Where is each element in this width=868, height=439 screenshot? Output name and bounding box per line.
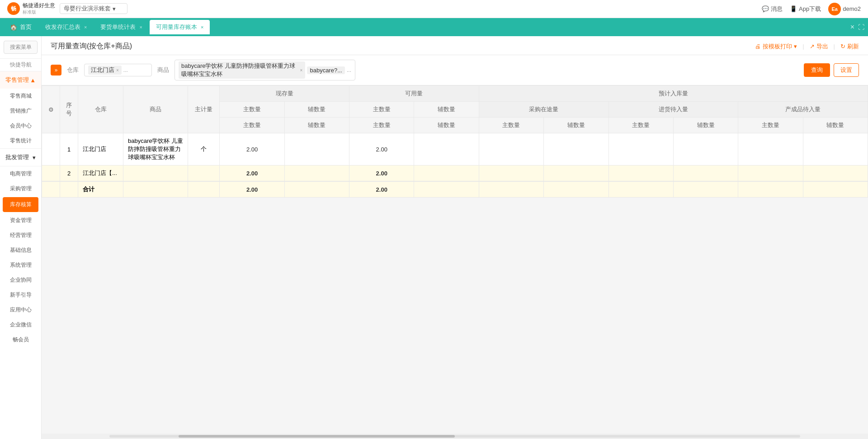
sidebar-item-system[interactable]: 系统管理 [0,258,41,273]
tab-inventory[interactable]: 可用量库存账本 × [150,20,210,34]
warehouse-filter[interactable]: 江北门店 × ... [84,64,152,76]
nav-tabs: 🏠 首页 收发存汇总表 × 要货单统计表 × 可用量库存账本 × × ⛶ [0,18,868,36]
scroll-track[interactable] [109,435,800,438]
chevron-down-icon: ▾ [33,154,36,161]
sidebar-item-retail-mall[interactable]: 零售商城 [0,89,41,104]
chevron-up-icon: ▲ [30,77,36,84]
filter-more-dots[interactable]: ... [123,67,128,73]
settings-icon: ⚙ [48,106,54,113]
tab-home-label: 首页 [20,23,32,31]
quick-nav-button[interactable]: 快捷导航 [0,59,41,71]
tab-orders-close[interactable]: × [139,24,142,30]
print-icon: 🖨 [755,43,761,50]
product-filter[interactable]: babycare学饮杯 儿童防摔防撞吸管杯重力球吸嘴杯宝宝水杯 × babyca… [175,60,355,80]
row2-settings [42,165,60,182]
sidebar-item-ecommerce[interactable]: 电商管理 [0,166,41,181]
avatar: Ea [828,3,841,15]
sidebar-group-retail-title[interactable]: 零售管理 ▲ [0,71,41,89]
page-title: 可用量查询(按仓库+商品) [51,42,132,51]
th-purchase-aux: 辅数量 [544,118,609,133]
row1-product-main [738,133,803,165]
row1-inbound-main [609,133,673,165]
th-settings[interactable]: ⚙ [42,86,60,133]
filter-bar: » 仓库 江北门店 × ... 商品 babycare学饮杯 儿童防摔防撞吸管杯… [42,55,868,85]
scroll-thumb[interactable] [179,435,455,438]
row1-inbound-aux [673,133,738,165]
sidebar-item-inventory[interactable]: 库存核算 [3,197,38,212]
row1-settings [42,133,60,165]
footer-current-aux [284,181,349,198]
warehouse-tag-remove[interactable]: × [116,68,119,73]
app-label: App下载 [799,5,821,13]
export-button[interactable]: ↗ 导出 [810,42,828,51]
expand-button[interactable]: ⛶ [858,24,864,31]
sidebar-item-basic[interactable]: 基础信息 [0,243,41,258]
app-download-button[interactable]: 📱 App下载 [790,5,821,13]
warehouse-tag: 江北门店 × [88,66,122,75]
page-actions: 🖨 按模板打印 ▾ | ↗ 导出 | ↻ 刷新 [755,42,859,51]
content-area: 可用量查询(按仓库+商品) 🖨 按模板打印 ▾ | ↗ 导出 | ↻ 刷新 [42,36,868,439]
tab-receipts-label: 收发存汇总表 [45,23,80,31]
setting-button[interactable]: 设置 [834,63,859,77]
th-product-aux: 辅数量 [803,118,868,133]
sidebar-item-wechat[interactable]: 企业微信 [0,317,41,332]
tab-home[interactable]: 🏠 首页 [4,20,38,34]
footer-product-aux [803,181,868,198]
brand-name: 畅捷通好生意 [23,2,55,9]
footer-current-main: 2.00 [220,181,284,198]
brand-logo: 畅 畅捷通好生意 标准版 [7,2,55,15]
filter-toggle-button[interactable]: » [51,65,61,76]
tab-orders[interactable]: 要货单统计表 × [94,20,148,34]
sidebar-item-newguide[interactable]: 新手引导 [0,288,41,302]
sidebar-item-appcenter[interactable]: 应用中心 [0,302,41,317]
print-button[interactable]: 🖨 按模板打印 ▾ [755,42,797,51]
th-inbound-main: 主数量 [609,118,673,133]
footer-inbound-main [609,181,673,198]
sidebar-group-wholesale-title[interactable]: 批发管理 ▾ [0,149,41,166]
th-current-aux: 辅数量 [284,102,349,118]
tenant-select[interactable]: 母婴行业演示账套 ▾ [60,3,127,14]
row2-current-main: 2.00 [220,165,284,182]
sidebar-item-operations[interactable]: 经营管理 [0,228,41,243]
sidebar-item-enterprise[interactable]: 企业协同 [0,273,41,288]
sidebar-item-finance[interactable]: 资金管理 [0,213,41,228]
footer-available-aux [414,181,479,198]
message-label: 消息 [771,5,783,13]
top-bar-right: 💬 消息 📱 App下载 Ea demo2 [762,3,861,15]
footer-purchase-main [479,181,543,198]
th-avail-aux2: 辅数量 [414,118,479,133]
filter-actions: 查询 设置 [804,63,859,77]
close-all-tabs-button[interactable]: × [850,23,854,31]
refresh-button[interactable]: ↻ 刷新 [840,42,859,51]
table-row: 1 江北门店 babycare学饮杯 儿童防摔防撞吸管杯重力球吸嘴杯宝宝水杯 个… [42,133,868,165]
product-filter-more[interactable]: ... [347,67,351,73]
table-wrap: ⚙ 序号 仓库 商品 主计量 现存量 可用量 预计入库量 主数量 辅数量 主数量 [42,85,868,434]
message-button[interactable]: 💬 消息 [762,5,783,13]
tab-inventory-close[interactable]: × [201,24,203,30]
row2-unit [188,165,220,182]
tab-orders-label: 要货单统计表 [100,23,136,31]
retail-label: 零售管理 [5,76,29,84]
top-bar-left: 畅 畅捷通好生意 标准版 母婴行业演示账套 ▾ [7,2,127,15]
sidebar-item-member[interactable]: 畅会员 [0,332,41,347]
th-planned: 预计入库量 [479,86,868,102]
sidebar-item-purchase[interactable]: 采购管理 [0,181,41,196]
sidebar-item-retail-stats[interactable]: 零售统计 [0,133,41,148]
search-menu-button[interactable]: 搜索菜单 [4,41,38,54]
sidebar-item-members[interactable]: 会员中心 [0,118,41,133]
row2-product [123,165,188,182]
tab-receipts[interactable]: 收发存汇总表 × [39,20,93,34]
tab-receipts-close[interactable]: × [84,24,87,30]
footer-purchase-aux [544,181,609,198]
data-table: ⚙ 序号 仓库 商品 主计量 现存量 可用量 预计入库量 主数量 辅数量 主数量 [42,85,868,198]
th-inbound-pending: 进货待入量 [609,102,738,118]
product-tag1-remove[interactable]: × [300,68,303,73]
export-icon: ↗ [810,43,815,50]
footer-settings [42,181,60,198]
sidebar-item-marketing[interactable]: 营销推广 [0,104,41,118]
user-info[interactable]: Ea demo2 [828,3,861,15]
table-row: 2 江北门店【... 2.00 2.00 [42,165,868,182]
query-button[interactable]: 查询 [804,63,830,77]
message-icon: 💬 [762,5,769,12]
bottom-scroll-bar[interactable] [42,434,868,439]
